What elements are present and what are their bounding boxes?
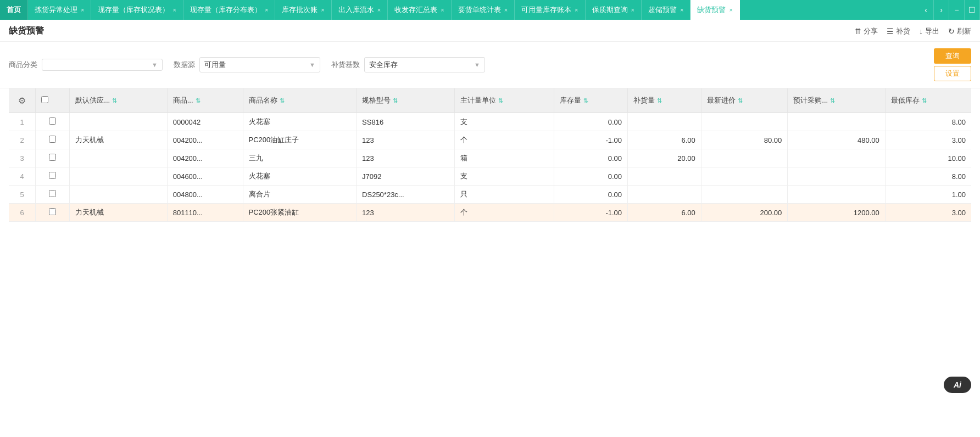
th-supplier[interactable]: 默认供应... ⇅ [70,88,167,113]
row-spec: 123 [357,131,455,149]
row-unit: 支 [454,167,554,186]
th-name[interactable]: 商品名称 ⇅ [243,88,357,113]
tab-6-label: 收发存汇总表 [394,5,437,15]
tab-1[interactable]: 拣货异常处理 × [28,0,91,20]
th-stock[interactable]: 库存量 ⇅ [554,88,628,113]
category-select[interactable]: ▼ [42,59,163,71]
column-settings-button[interactable]: ⚙ [14,93,30,108]
tab-7-close[interactable]: × [504,7,508,13]
row-num: 1 [9,113,36,131]
row-min-stock: 10.00 [885,149,971,167]
tab-minimize-button[interactable]: − [949,0,965,20]
table-body: 1 0000042 火花塞 SS816 支 0.00 8.00 2 力天机械 0… [9,113,971,222]
row-checkbox[interactable] [49,136,56,143]
tab-11-label: 缺货预警 [697,5,726,15]
row-unit: 只 [454,186,554,204]
th-est-purchase-label: 预计采购... [793,96,828,105]
row-spec: SS816 [357,113,455,131]
row-replenish [628,186,701,204]
tab-10-label: 超储预警 [648,5,677,15]
replenish-base-value: 安全库存 [369,60,398,70]
tab-5[interactable]: 出入库流水 × [332,0,388,20]
settings-button[interactable]: 设置 [934,66,971,81]
replenish-sort-icon: ⇅ [657,97,662,104]
row-latest-price [701,186,788,204]
tab-9-close[interactable]: × [631,7,634,13]
row-stock: -1.00 [554,131,628,149]
th-replenish[interactable]: 补货量 ⇅ [628,88,701,113]
tab-11[interactable]: 缺货预警 × [691,0,739,20]
replenish-base-filter-group: 补货基数 安全库存 ▼ [331,57,485,72]
th-code[interactable]: 商品... ⇅ [167,88,243,113]
row-name: 离合片 [243,186,357,204]
row-code: 004600... [167,167,243,186]
tab-2-close[interactable]: × [172,7,176,13]
th-est-purchase[interactable]: 预计采购... ⇅ [788,88,885,113]
tab-11-close[interactable]: × [729,7,732,13]
select-all-checkbox[interactable] [41,96,48,103]
replenish-base-select[interactable]: 安全库存 ▼ [364,57,485,72]
th-code-label: 商品... [173,96,193,105]
th-min-stock[interactable]: 最低库存 ⇅ [885,88,971,113]
row-supplier [70,149,167,167]
tab-prev-button[interactable]: ‹ [918,0,934,20]
latest-price-sort-icon: ⇅ [738,97,743,104]
datasource-filter-group: 数据源 可用量 ▼ [174,57,320,72]
tab-8-close[interactable]: × [575,7,578,13]
table-row: 2 力天机械 004200... PC200油缸庄子 123 个 -1.00 6… [9,131,971,149]
ai-button[interactable]: Ai [944,377,971,393]
refresh-button[interactable]: ↻ 刷新 [948,26,971,36]
tab-1-close[interactable]: × [81,7,84,13]
tab-9[interactable]: 保质期查询 × [586,0,642,20]
row-stock: 0.00 [554,167,628,186]
row-code: 004200... [167,131,243,149]
page-title: 缺货预警 [9,25,44,37]
unit-sort-icon: ⇅ [498,97,503,104]
tab-maximize-button[interactable]: ☐ [965,0,980,20]
tab-3[interactable]: 现存量（库存分布表） × [183,0,275,20]
tab-4[interactable]: 库存批次账 × [275,0,331,20]
tab-8[interactable]: 可用量库存账本 × [515,0,585,20]
tab-10-close[interactable]: × [680,7,683,13]
export-button[interactable]: ↓ 导出 [919,26,939,36]
tab-next-button[interactable]: › [934,0,949,20]
row-checkbox[interactable] [49,154,56,161]
row-est-purchase [788,113,885,131]
refresh-icon: ↻ [948,27,955,36]
tab-4-close[interactable]: × [321,7,324,13]
share-button[interactable]: ⇈ 分享 [855,26,878,36]
tab-home[interactable]: 首页 [0,0,28,20]
th-latest-price[interactable]: 最新进价 ⇅ [701,88,788,113]
th-checkbox [36,88,70,113]
th-spec[interactable]: 规格型号 ⇅ [357,88,455,113]
tab-7[interactable]: 要货单统计表 × [452,0,515,20]
th-latest-price-label: 最新进价 [707,96,736,105]
row-est-purchase [788,167,885,186]
row-checkbox[interactable] [49,208,56,215]
row-stock: -1.00 [554,204,628,222]
tab-2[interactable]: 现存量（库存状况表） × [91,0,183,20]
row-unit: 箱 [454,149,554,167]
row-checkbox[interactable] [49,190,56,197]
row-num: 4 [9,167,36,186]
tab-6-close[interactable]: × [441,7,444,13]
query-button[interactable]: 查询 [934,48,971,64]
tab-5-close[interactable]: × [377,7,381,13]
row-stock: 0.00 [554,113,628,131]
row-spec: DS250*23c... [357,186,455,204]
row-name: PC200油缸庄子 [243,131,357,149]
tab-10[interactable]: 超储预警 × [642,0,691,20]
th-unit[interactable]: 主计量单位 ⇅ [454,88,554,113]
row-latest-price: 200.00 [701,204,788,222]
datasource-select[interactable]: 可用量 ▼ [199,57,320,72]
row-latest-price [701,149,788,167]
row-checkbox[interactable] [49,117,56,125]
row-min-stock: 1.00 [885,186,971,204]
row-num: 5 [9,186,36,204]
th-supplier-label: 默认供应... [75,96,110,105]
th-name-label: 商品名称 [249,96,277,105]
row-checkbox[interactable] [49,172,56,179]
tab-3-close[interactable]: × [265,7,268,13]
tab-6[interactable]: 收发存汇总表 × [388,0,451,20]
replenish-button[interactable]: ☰ 补货 [887,26,910,36]
